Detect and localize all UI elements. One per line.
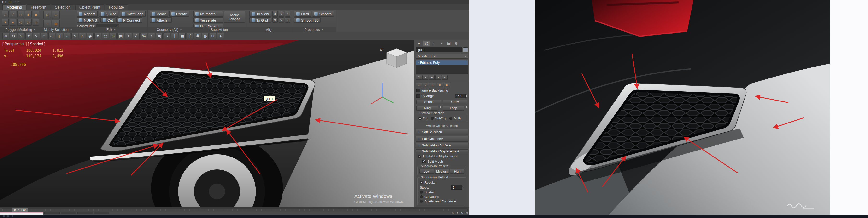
create-button[interactable]: Create — [169, 11, 189, 16]
align-x2-button[interactable]: X — [272, 17, 278, 23]
align-z-button[interactable]: Z — [285, 11, 290, 16]
constraints-dropdown[interactable]: ▾ — [96, 24, 119, 27]
pin-stack-icon[interactable]: ⊙ — [416, 75, 422, 80]
split-mesh-checkbox[interactable] — [423, 160, 426, 163]
select-and-link-icon[interactable]: ∞ — [2, 33, 9, 39]
bind-to-space-warp-icon[interactable]: ∿ — [18, 33, 25, 39]
new-file-icon[interactable]: □ — [5, 1, 7, 3]
element-mode-icon[interactable]: ◆ — [33, 11, 39, 18]
align-to-view-button[interactable]: To View — [249, 11, 271, 16]
tab-freeform[interactable]: Freeform — [27, 4, 50, 10]
border-icon[interactable]: □ — [430, 82, 436, 87]
make-planar-button[interactable]: Make Planar — [224, 11, 245, 23]
mirror-icon[interactable]: ◑ — [163, 33, 170, 39]
taskbar[interactable] — [0, 215, 868, 218]
preview-subobj-radio[interactable] — [431, 117, 434, 120]
align-z2-button[interactable]: Z — [285, 17, 290, 23]
scene-explorer-icon[interactable]: ▦ — [179, 33, 186, 39]
preset-medium-button[interactable]: Medium — [435, 169, 449, 174]
msmooth-button[interactable]: MSmooth — [193, 11, 223, 16]
select-and-scale-icon[interactable]: ◰ — [79, 33, 86, 39]
ring-selection-icon[interactable]: ◌ — [43, 20, 51, 27]
rollout-header[interactable]: + Soft Selection — [415, 129, 468, 135]
undo-icon[interactable]: ↶ — [13, 1, 16, 3]
save-icon[interactable]: ◫ — [9, 1, 11, 3]
modifier-stack-item[interactable]: ▪ Editable Poly — [416, 60, 468, 65]
ignore-backfacing-checkbox[interactable] — [416, 89, 420, 92]
align-x-button[interactable]: X — [272, 11, 278, 16]
nurms-toggle-button[interactable]: NURMS — [77, 17, 99, 23]
attach-button[interactable]: Attach▾ — [150, 17, 172, 23]
hierarchy-tab-icon[interactable]: ▱ — [431, 41, 437, 46]
tab-selection[interactable]: Selection — [51, 4, 75, 10]
make-unique-icon[interactable]: ◈ — [429, 75, 435, 80]
polygon-mode-icon[interactable]: ■ — [25, 11, 32, 18]
percent-snap-icon[interactable]: % — [141, 33, 147, 39]
edge-icon[interactable]: ∕ — [423, 82, 429, 87]
unlink-selection-icon[interactable]: ⊘ — [10, 33, 17, 39]
orbit-icon[interactable]: ↻ — [460, 212, 464, 214]
swift-loop-button[interactable]: Swift Loop — [120, 11, 146, 16]
redo-icon[interactable]: ↷ — [18, 1, 20, 3]
by-angle-checkbox[interactable] — [416, 94, 420, 98]
render-icon[interactable]: ● — [217, 33, 224, 39]
rollout-header[interactable]: + Edit Geometry — [415, 136, 468, 142]
motion-tab-icon[interactable]: ◔ — [438, 41, 445, 46]
polygon-icon[interactable]: ■ — [437, 82, 443, 87]
smooth-button[interactable]: Smooth — [312, 11, 334, 16]
group-label-modify-selection[interactable]: Modify Selection▼ — [41, 27, 75, 32]
vertex-icon[interactable]: ∴ — [416, 82, 422, 87]
maximize-viewport-icon[interactable]: ◱ — [465, 212, 468, 214]
previous-modifier-icon[interactable]: ▼ — [2, 19, 9, 26]
group-label-subdivision[interactable]: Subdivision — [191, 27, 247, 32]
use-pivot-center-icon[interactable]: ◎ — [102, 33, 109, 39]
viewport-label[interactable]: [ Perspective ] [ Shaded ] — [2, 42, 45, 46]
timeline-track[interactable]: 0 / 100 — [2, 209, 468, 211]
select-object-icon[interactable]: ↖ — [33, 33, 40, 39]
vertex-mode-icon[interactable]: ∴ — [2, 11, 9, 18]
paint-connect-button[interactable]: P Connect — [116, 17, 142, 23]
viewcube-home-icon[interactable]: ⌂ — [380, 47, 382, 52]
time-slider-handle[interactable]: 0 / 100 — [11, 208, 28, 212]
preset-high-button[interactable]: High — [450, 169, 464, 174]
subdivision-displacement-checkbox[interactable] — [418, 155, 421, 158]
schematic-view-icon[interactable]: # — [194, 33, 201, 39]
edge-mode-icon[interactable]: ∕ — [9, 11, 16, 18]
group-label-geometry-all[interactable]: Geometry (All)▼ — [148, 27, 191, 32]
preview-off-radio[interactable] — [418, 117, 422, 120]
spinner-snap-icon[interactable]: ↕ — [148, 33, 155, 39]
by-angle-spinner[interactable]: 45.0 ▲▼ — [455, 94, 467, 98]
coordinate-x-field[interactable] — [61, 212, 76, 214]
align-y2-button[interactable]: Y — [279, 17, 284, 23]
show-end-result-icon[interactable]: ≡ — [423, 75, 428, 80]
spinner-arrows-icon[interactable]: ▲▼ — [462, 186, 464, 189]
ring-button[interactable]: Ring — [416, 106, 438, 111]
method-spatial-curvature-radio[interactable] — [420, 200, 423, 203]
group-label-polygon-modeling[interactable]: Polygon Modeling▼ — [0, 27, 41, 32]
repeat-button[interactable]: Repeat — [77, 11, 98, 16]
remove-modifier-icon[interactable]: × — [435, 75, 441, 80]
rectangular-selection-icon[interactable]: ▭ — [49, 33, 55, 39]
symmetry-tools-icon[interactable]: ◇ — [33, 19, 39, 26]
shrink-selection-icon[interactable]: ⊟ — [43, 11, 51, 19]
loop-spinner-icon[interactable]: ▲▼ — [466, 106, 467, 111]
reference-coordinate-icon[interactable]: ▾ — [94, 33, 101, 39]
tab-populate[interactable]: Populate — [105, 4, 128, 10]
utilities-tab-icon[interactable]: ⚙ — [453, 41, 460, 46]
loop-button[interactable]: Loop — [443, 106, 464, 111]
snaps-toggle-icon[interactable]: ⌖ — [125, 33, 132, 39]
generate-topology-icon[interactable]: ▷ — [25, 19, 32, 26]
relax-button[interactable]: Relax — [150, 11, 168, 16]
tab-modeling[interactable]: Modeling — [2, 4, 26, 10]
tessellate-button[interactable]: Tessellate — [193, 17, 223, 23]
taskbar-item[interactable] — [7, 215, 9, 217]
rollout-header-subdivision-displacement[interactable]: − Subdivision Displacement — [415, 149, 468, 153]
preset-low-button[interactable]: Low — [420, 169, 434, 174]
taskbar-item[interactable] — [3, 215, 5, 217]
selection-filter-icon[interactable]: ▾ — [25, 33, 32, 39]
method-spatial-radio[interactable] — [420, 191, 423, 194]
create-tab-icon[interactable]: + — [416, 41, 423, 46]
element-icon[interactable]: ◆ — [444, 82, 450, 87]
cut-button[interactable]: Cut — [100, 17, 115, 23]
viewport[interactable]: ⌂ [ Perspective ] [ Shaded — [0, 40, 414, 208]
